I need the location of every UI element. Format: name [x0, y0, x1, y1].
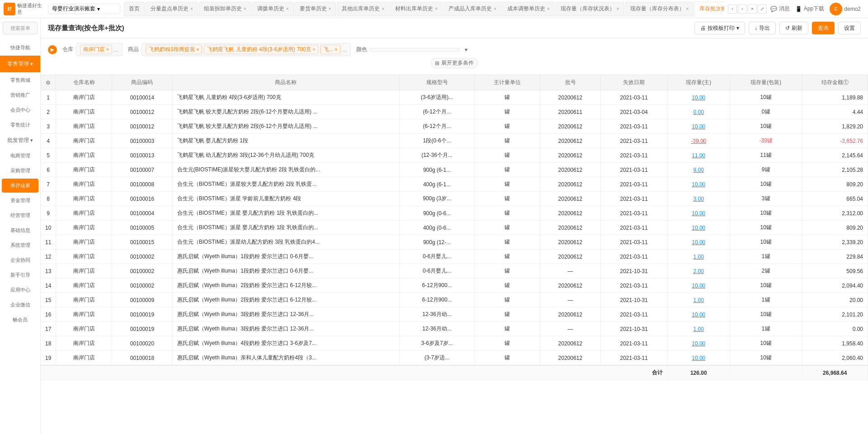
warehouse-value[interactable]: 南岸门店 × ...	[76, 43, 123, 56]
tab-9[interactable]: 现存量（库存状况表）×	[556, 2, 624, 16]
sidebar-item-mall[interactable]: 零售商城	[2, 73, 38, 87]
cell-qty[interactable]: 9.00	[667, 163, 730, 177]
print-btn[interactable]: 🖨 按模板打印 ▾	[694, 22, 745, 34]
settings-icon[interactable]: ⚙	[46, 80, 51, 86]
cell-qty[interactable]: 1.00	[667, 322, 730, 336]
cell-amount: 809.20	[802, 177, 868, 192]
cell-no: 13	[41, 264, 56, 278]
cell-qty[interactable]: 11.00	[667, 148, 730, 163]
search-menu-btn[interactable]: 搜索菜单	[3, 22, 38, 34]
export-btn[interactable]: ↓ 导出	[749, 22, 776, 34]
sidebar-item-system[interactable]: 系统管理	[2, 238, 38, 252]
cell-no: 10	[41, 221, 56, 235]
sidebar-item-basic[interactable]: 基础信息	[2, 223, 38, 237]
refresh-btn[interactable]: ↺ 刷新	[779, 22, 808, 34]
cell-batch: 20200612	[540, 278, 601, 293]
close-tab-9[interactable]: ×	[617, 6, 619, 11]
prev-tab-btn[interactable]: ‹	[728, 5, 737, 14]
close-tab-1[interactable]: ×	[190, 6, 193, 11]
sidebar-item-guide[interactable]: 新手引导	[2, 268, 38, 282]
sidebar-item-finance[interactable]: 资金管理	[2, 193, 38, 208]
account-dropdown[interactable]: 母婴行业演示账套 ▾	[48, 4, 120, 14]
user-avatar[interactable]: E demo2	[830, 3, 861, 15]
tab-8[interactable]: 成本调整单历史×	[502, 2, 555, 16]
cell-no: 2	[41, 105, 56, 119]
expand-conditions-btn[interactable]: ⊞ 展开更多条件	[431, 58, 478, 68]
cell-unit: 罐	[474, 322, 540, 336]
cell-qty[interactable]: 10.00	[667, 278, 730, 293]
cell-unit: 罐	[474, 134, 540, 148]
cell-qty[interactable]: 10.00	[667, 235, 730, 250]
product-value[interactable]: 飞鹤奶粉3段两提装 × 飞鹤星飞帆 儿童奶粉 4段(3-6岁适用) 700克 ×…	[142, 43, 351, 56]
sidebar-item-retail-stats[interactable]: 零售统计	[2, 118, 38, 132]
cell-qty[interactable]: 0.00	[667, 105, 730, 119]
tab-5[interactable]: 其他出库单历史×	[337, 2, 389, 16]
close-tab-7[interactable]: ×	[494, 6, 496, 11]
table-row: 8 南岸门店 00100016 合生元（BIOSTIME）派星 学龄前儿童配方奶…	[41, 192, 868, 206]
sidebar-nav: 快捷导航 零售管理 ▾ 零售商城 营销推广 会员中心 零售统计 批发管理 ▾ 电…	[0, 38, 40, 330]
sidebar-item-wholesale[interactable]: 批发管理 ▾	[2, 133, 38, 148]
tab-11[interactable]: 库存批次账×	[694, 2, 724, 16]
query-btn[interactable]: 查询	[812, 22, 835, 34]
sidebar-item-marketing[interactable]: 营销推广	[2, 88, 38, 102]
cell-qty[interactable]: 1.00	[667, 293, 730, 307]
cell-qty[interactable]: 1.00	[667, 250, 730, 264]
sidebar-item-weixin[interactable]: 企业微信	[2, 298, 38, 312]
close-tab-btn[interactable]: ×	[748, 5, 757, 14]
close-tab-4[interactable]: ×	[329, 6, 331, 11]
settings-btn[interactable]: 设置	[838, 22, 861, 34]
cell-qty[interactable]: 2.00	[667, 264, 730, 278]
close-tab-6[interactable]: ×	[435, 6, 438, 11]
tab-1[interactable]: 分量盘点单历史×	[146, 2, 198, 16]
color-value[interactable]	[370, 48, 460, 52]
cell-warehouse: 南岸门店	[56, 336, 112, 351]
cell-qty[interactable]: 3.00	[667, 192, 730, 206]
sidebar-item-member2[interactable]: 畅会员	[2, 313, 38, 327]
close-tab-2[interactable]: ×	[244, 6, 246, 11]
sidebar-shortcut[interactable]: 快捷导航	[2, 41, 38, 55]
tab-10[interactable]: 现存量（库存分布表）×	[625, 2, 694, 16]
cell-qty[interactable]: 10.00	[667, 177, 730, 192]
sidebar-item-purchase[interactable]: 采购管理	[2, 164, 38, 178]
remove-warehouse-tag[interactable]: ×	[106, 47, 109, 52]
col-settings[interactable]: ⚙	[41, 75, 56, 90]
tab-3[interactable]: 调拨单历史×	[252, 2, 294, 16]
cell-qty[interactable]: 10.00	[667, 307, 730, 322]
cell-no: 5	[41, 148, 56, 163]
fullscreen-btn[interactable]: ⤢	[758, 5, 767, 14]
cell-qty[interactable]: 10.00	[667, 336, 730, 351]
message-btn[interactable]: 💬 消息	[770, 5, 790, 13]
remove-product-tag-1[interactable]: ×	[197, 47, 199, 52]
app-download-btn[interactable]: 📱 App下载	[795, 5, 824, 13]
tab-2[interactable]: 组装拆卸单历史×	[199, 2, 251, 16]
cell-qty[interactable]: 10.00	[667, 119, 730, 134]
sidebar-item-retail[interactable]: 零售管理 ▾	[0, 56, 40, 72]
sidebar-item-enterprise[interactable]: 企业协同	[2, 253, 38, 267]
cell-qty[interactable]: 10.00	[667, 206, 730, 221]
sidebar-item-apps[interactable]: 应用中心	[2, 283, 38, 297]
cell-qty[interactable]: 10.00	[667, 90, 730, 105]
tab-4[interactable]: 要货单历史×	[295, 2, 336, 16]
tab-6[interactable]: 材料出库单历史×	[390, 2, 443, 16]
remove-product-tag-3[interactable]: ×	[335, 47, 337, 52]
next-tab-btn[interactable]: ›	[738, 5, 747, 14]
close-tab-10[interactable]: ×	[686, 6, 689, 11]
sidebar-item-ecommerce[interactable]: 电商管理	[2, 149, 38, 163]
tab-7[interactable]: 产成品入库单历史×	[443, 2, 501, 16]
filter-toggle-btn[interactable]: ▶	[48, 45, 57, 54]
sidebar-item-operations[interactable]: 经营管理	[2, 208, 38, 222]
cell-qty[interactable]: 10.00	[667, 351, 730, 366]
cell-expire: 2021-10-31	[600, 264, 667, 278]
cell-qty[interactable]: 10.00	[667, 221, 730, 235]
close-tab-3[interactable]: ×	[286, 6, 289, 11]
product-more-btn[interactable]: ...	[342, 47, 347, 53]
close-tab-8[interactable]: ×	[547, 6, 550, 11]
filter-more-btn[interactable]: ...	[114, 47, 118, 53]
tab-home[interactable]: 首页	[124, 2, 145, 16]
remove-product-tag-2[interactable]: ×	[312, 47, 315, 52]
close-tab-5[interactable]: ×	[382, 6, 384, 11]
sidebar-item-member[interactable]: 会员中心	[2, 103, 38, 117]
cell-qty[interactable]: -39.00	[667, 134, 730, 148]
sidebar-item-inventory[interactable]: 库存核算	[2, 179, 38, 193]
cell-batch: —	[540, 322, 601, 336]
